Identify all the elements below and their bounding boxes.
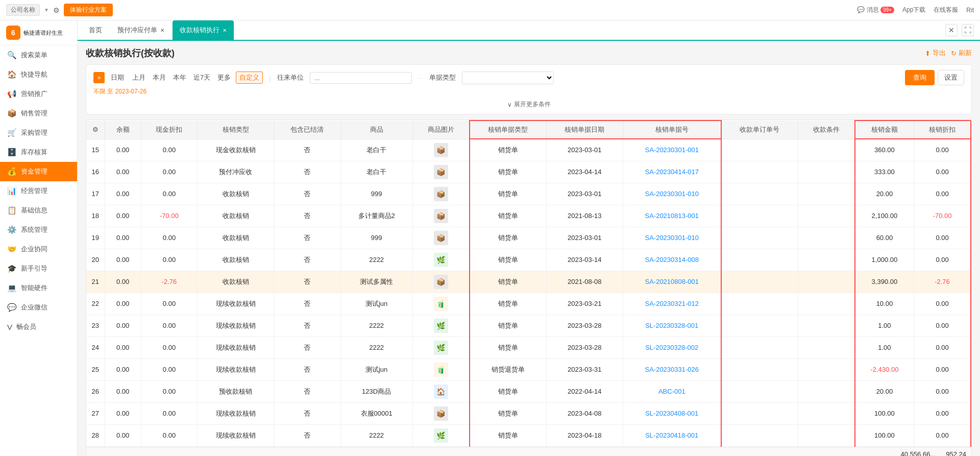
- sidebar-item-search[interactable]: 🔍 搜索菜单: [0, 45, 77, 65]
- sidebar-item-marketing[interactable]: 📢 营销推广: [0, 84, 77, 104]
- cell-verify-bill-no[interactable]: SA-20230414-017: [623, 161, 721, 183]
- query-button[interactable]: 查询: [905, 70, 935, 85]
- expand-more-conditions[interactable]: ∨ 展开更多条件: [93, 100, 964, 109]
- cell-verify-bill-no[interactable]: SA-20230301-010: [623, 227, 721, 249]
- cell-verify-bill-no[interactable]: SA-20230314-008: [623, 249, 721, 271]
- online-service-link[interactable]: 在线客服: [934, 6, 958, 14]
- cell-receipt-order-no: [721, 380, 798, 402]
- cell-verify-bill-no[interactable]: SL-20230408-001: [623, 402, 721, 424]
- export-label: 导出: [933, 49, 946, 58]
- settings-icon[interactable]: ⚙: [53, 6, 60, 14]
- sidebar-item-enterprise[interactable]: 🤝 企业协同: [0, 239, 77, 259]
- cell-goods-img: 🌿: [412, 337, 469, 358]
- cell-goods-img: 🧃: [412, 293, 469, 315]
- th-settings[interactable]: ⚙: [86, 121, 105, 139]
- filter-partner-input[interactable]: [310, 72, 412, 84]
- cell-verify-bill-no[interactable]: SA-20230321-012: [623, 293, 721, 315]
- cell-verify-bill-no[interactable]: SA-20210813-001: [623, 205, 721, 227]
- filter-expand-button[interactable]: »: [93, 72, 105, 83]
- cell-verify-discount: 0.00: [914, 183, 971, 205]
- cell-verify-bill-no[interactable]: SA-20230301-010: [623, 183, 721, 205]
- sidebar-item-guide[interactable]: 🎓 新手引导: [0, 259, 77, 278]
- cell-verify-bill-type: 销货单: [470, 402, 547, 424]
- sidebar-label-marketing: 营销推广: [21, 89, 47, 99]
- cell-receipt-order-no: [721, 205, 798, 227]
- cell-receipt-condition: [798, 424, 854, 446]
- tab-maximize-button[interactable]: ⛶: [962, 24, 974, 36]
- sidebar-item-finance[interactable]: 💰 资金管理: [0, 162, 77, 181]
- cell-verify-bill-date: 2023-03-28: [546, 337, 623, 358]
- refresh-button[interactable]: ↻ 刷新: [951, 49, 972, 58]
- cell-verify-bill-no[interactable]: SL-20230418-001: [623, 424, 721, 446]
- user-info[interactable]: Rit: [966, 7, 974, 14]
- date-link-this-month[interactable]: 本月: [151, 72, 168, 83]
- cell-cash-discount: 0.00: [141, 424, 198, 446]
- cell-included: 否: [274, 227, 340, 249]
- cell-receipt-order-no: [721, 271, 798, 293]
- cell-verify-bill-type: 销货单: [470, 380, 547, 402]
- sidebar-item-sales[interactable]: 📦 销售管理: [0, 104, 77, 123]
- cell-cash-discount: 0.00: [141, 380, 198, 402]
- cell-receipt-condition: [798, 183, 854, 205]
- tab-collection-close-icon[interactable]: ✕: [223, 28, 227, 33]
- sidebar-item-purchase[interactable]: 🛒 采购管理: [0, 123, 77, 142]
- trial-button[interactable]: 体验行业方案: [64, 4, 113, 16]
- table-settings-button[interactable]: 设置: [938, 70, 964, 85]
- sidebar-item-operations[interactable]: 📊 经营管理: [0, 181, 77, 201]
- cell-receipt-order-no: [721, 227, 798, 249]
- cell-included: 否: [274, 402, 340, 424]
- cell-verify-bill-no[interactable]: SL-20230328-001: [623, 315, 721, 337]
- sidebar-item-member[interactable]: V 畅会员: [0, 317, 77, 337]
- cell-verify-bill-no[interactable]: SA-20230331-026: [623, 358, 721, 380]
- company-selector[interactable]: 公司名称: [6, 4, 40, 16]
- export-button[interactable]: ⬆ 导出: [925, 49, 946, 58]
- sidebar-label-sales: 销售管理: [21, 109, 47, 118]
- sidebar-item-system[interactable]: ⚙️ 系统管理: [0, 220, 77, 239]
- enterprise-icon: 🤝: [7, 245, 17, 254]
- date-link-more[interactable]: 更多: [215, 72, 233, 83]
- cell-verify-bill-date: 2023-03-01: [546, 139, 623, 161]
- product-thumbnail: 🧃: [434, 297, 448, 311]
- tab-home[interactable]: 首页: [82, 20, 109, 40]
- cell-verify-bill-no[interactable]: SA-20210808-001: [623, 271, 721, 293]
- cell-cash-discount: 0.00: [141, 227, 198, 249]
- date-link-last-month[interactable]: 上月: [130, 72, 148, 83]
- th-receipt-condition: 收款条件: [798, 121, 854, 139]
- tab-prepay[interactable]: 预付冲应付单 ✕: [110, 20, 172, 41]
- filter-bill-type-select[interactable]: [462, 71, 554, 84]
- inventory-icon: 🗄️: [7, 148, 17, 157]
- cell-included: 否: [274, 271, 340, 293]
- tab-collection[interactable]: 收款核销执行 ✕: [173, 20, 234, 41]
- cell-goods: 测试jun: [340, 293, 412, 315]
- cell-type: 收款核销: [198, 183, 274, 205]
- table-footer: 40,556,66... 952.24: [86, 447, 971, 457]
- tab-prepay-close-icon[interactable]: ✕: [160, 28, 164, 33]
- cell-verify-bill-no[interactable]: ABC-001: [623, 380, 721, 402]
- top-bar-right: 💬 消息 99+ App下载 在线客服 Rit: [857, 6, 974, 14]
- cell-verify-bill-no[interactable]: SL-20230328-002: [623, 337, 721, 358]
- th-included: 包含已结清: [274, 121, 340, 139]
- table-row: 17 0.00 0.00 收款核销 否 999 📦 销货单 2023-03-01…: [86, 183, 971, 205]
- sidebar-label-enterprise: 企业协同: [21, 245, 47, 254]
- sidebar-item-quick-nav[interactable]: 🏠 快捷导航: [0, 65, 77, 84]
- sidebar-item-hardware[interactable]: 💻 智能硬件: [0, 278, 77, 298]
- cell-type: 预收款核销: [198, 380, 274, 402]
- date-link-7days[interactable]: 近7天: [191, 72, 212, 83]
- app-download-link[interactable]: App下载: [902, 6, 925, 14]
- cell-included: 否: [274, 380, 340, 402]
- tab-close-button[interactable]: ✕: [945, 24, 958, 36]
- sidebar-label-member: 畅会员: [16, 322, 36, 331]
- sidebar-item-inventory[interactable]: 🗄️ 库存核算: [0, 142, 77, 162]
- cell-goods: 老白干: [340, 161, 412, 183]
- export-icon: ⬆: [925, 50, 930, 57]
- sidebar-item-base-info[interactable]: 📋 基础信息: [0, 201, 77, 220]
- sidebar-item-wechat[interactable]: 💬 企业微信: [0, 298, 77, 317]
- expand-more-label: 展开更多条件: [514, 100, 551, 109]
- cell-no: 18: [86, 205, 105, 227]
- cell-verify-bill-no[interactable]: SA-20230301-001: [623, 139, 721, 161]
- date-link-this-year[interactable]: 本年: [171, 72, 188, 83]
- product-thumbnail: 🧃: [434, 363, 448, 377]
- message-section[interactable]: 💬 消息 99+: [857, 6, 894, 14]
- date-link-custom[interactable]: 自定义: [236, 71, 263, 84]
- cell-receipt-order-no: [721, 424, 798, 446]
